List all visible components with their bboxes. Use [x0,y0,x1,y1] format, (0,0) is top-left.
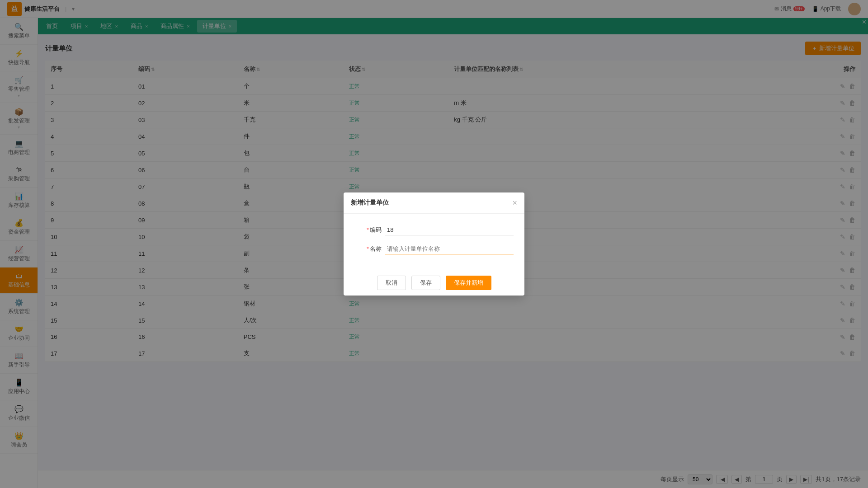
code-input[interactable] [385,225,514,235]
form-row-code: *编码 [354,225,514,235]
save-button[interactable]: 保存 [411,276,440,290]
save-and-new-button[interactable]: 保存并新增 [446,276,491,290]
modal-title: 新增计量单位 [351,199,389,207]
modal-footer: 取消 保存 保存并新增 [344,270,524,296]
modal-close-btn[interactable]: × [512,199,517,207]
form-row-name: *名称 [354,244,514,254]
name-label: *名称 [354,245,382,253]
name-input[interactable] [385,244,514,254]
add-unit-modal: 新增计量单位 × *编码 *名称 取消 保存 保存并新增 [344,192,524,296]
cancel-button[interactable]: 取消 [377,276,406,290]
code-label: *编码 [354,226,382,234]
modal-header: 新增计量单位 × [344,192,524,214]
modal-body: *编码 *名称 [344,214,524,270]
modal-overlay: 新增计量单位 × *编码 *名称 取消 保存 保存并新增 [0,0,868,488]
